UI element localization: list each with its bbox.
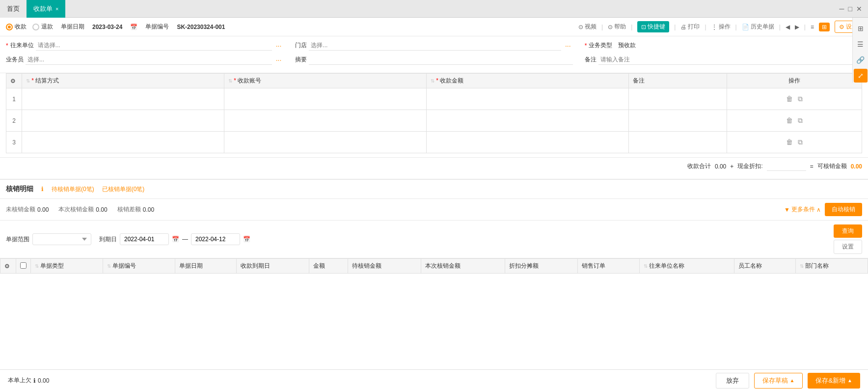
partner-more-icon[interactable]: ··· — [274, 42, 284, 50]
summary-row: 收款合计 0.00 + 现金折扣: = 可核销金额 0.00 — [0, 157, 868, 175]
total-value: 0.00 — [715, 163, 726, 170]
sidebar-link-icon[interactable]: 🔗 — [854, 53, 868, 67]
col-gear[interactable]: ⚙ — [0, 259, 16, 274]
store-more-icon[interactable]: ··· — [563, 42, 573, 50]
diff-stat: 核销差额 0.00 — [117, 205, 154, 214]
discount-input[interactable] — [767, 162, 806, 171]
current-label: 本次核销金额 — [58, 205, 94, 214]
save-new-button[interactable]: 保存&新增 ▲ — [808, 373, 860, 389]
tab-bar: 首页 收款单 × ─ □ ✕ — [0, 0, 868, 18]
info-icon-balance[interactable]: ℹ — [33, 377, 36, 384]
remark-input[interactable] — [598, 55, 862, 65]
filter-settings-button[interactable]: 设置 — [834, 240, 862, 254]
date-from-input[interactable] — [120, 233, 169, 245]
due-date-field: 到期日 📅 — 📅 — [99, 233, 250, 245]
main-container: 收款 退款 单据日期 2023-03-24 📅 单据编号 SK-20230324… — [0, 18, 868, 391]
history-button[interactable]: 📄 历史单据 — [742, 23, 774, 31]
video-button[interactable]: ⊙ 视频 — [578, 23, 597, 31]
date-to-input[interactable] — [191, 233, 240, 245]
list-view-button[interactable]: ≡ — [811, 24, 814, 30]
range-field: 单据范围 — [6, 233, 91, 245]
table-row: 1 🗑 ⧉ — [6, 88, 862, 110]
radio-refund[interactable]: 退款 — [32, 23, 53, 31]
cell-amount-1[interactable] — [426, 88, 628, 110]
calendar-icon[interactable]: 📅 — [130, 24, 137, 30]
staff-input[interactable] — [26, 55, 272, 65]
card-view-button[interactable]: ⊞ — [819, 23, 830, 31]
delete-icon-1[interactable]: 🗑 — [786, 95, 793, 103]
cell-account-3[interactable] — [224, 132, 426, 153]
shortcut-button[interactable]: ⊡ 快捷键 — [637, 21, 669, 32]
operation-button[interactable]: ⋮ 操作 — [711, 23, 731, 31]
pending-tab[interactable]: 待核销单据(0笔) — [52, 185, 94, 194]
close-button[interactable]: ✕ — [856, 5, 862, 13]
staff-more-icon[interactable]: ··· — [274, 56, 284, 64]
info-icon-verif[interactable]: ℹ — [41, 186, 44, 193]
radio-receipt[interactable]: 收款 — [6, 23, 27, 31]
cell-account-1[interactable] — [224, 88, 426, 110]
col-staff: 员工名称 — [734, 259, 795, 274]
nav-next-button[interactable]: ▶ — [795, 24, 799, 30]
date-label: 单据日期 — [61, 23, 84, 31]
cell-settlement-2[interactable] — [22, 110, 224, 132]
sidebar-table-icon[interactable]: ⊞ — [854, 22, 868, 35]
done-tab[interactable]: 已核销单据(0笔) — [102, 185, 145, 194]
tab-close-icon[interactable]: × — [55, 6, 58, 12]
nav-prev-button[interactable]: ◀ — [786, 24, 790, 30]
tab-receipt[interactable]: 收款单 × — [27, 0, 65, 18]
save-chevron-icon: ▲ — [847, 378, 852, 383]
form-section: * 往来单位 ··· 门店 ··· * 业务类型 预收款 ▼ 业务员 — [0, 36, 868, 73]
copy-icon-2[interactable]: ⧉ — [798, 116, 803, 124]
draft-chevron-icon: ▲ — [790, 378, 795, 383]
diff-label: 核销差额 — [117, 205, 141, 214]
auto-verify-button[interactable]: 自动核销 — [825, 203, 862, 216]
range-select[interactable] — [32, 233, 91, 245]
bottom-table: ⚙ ⇅ 单据类型 ⇅ 单据编号 单据日期 — [0, 258, 868, 274]
save-draft-button[interactable]: 保存草稿 ▲ — [754, 373, 803, 389]
cell-remark-3[interactable] — [628, 132, 727, 153]
filter-row: 单据范围 到期日 📅 — 📅 查询 设置 — [0, 221, 868, 258]
store-input[interactable] — [309, 40, 561, 51]
query-button[interactable]: 查询 — [834, 224, 862, 238]
sidebar-expand-icon[interactable]: ⤢ — [854, 69, 868, 83]
summary-input[interactable] — [309, 55, 572, 65]
maximize-button[interactable]: □ — [848, 5, 852, 13]
cell-settlement-1[interactable] — [22, 88, 224, 110]
bottom-bar: 本单上欠 ℹ 0.00 放弃 保存草稿 ▲ 保存&新增 ▲ — [0, 369, 868, 391]
col-remark: 备注 — [628, 74, 727, 88]
form-row-2: 业务员 ··· 摘要 备注 — [6, 55, 862, 65]
calendar-to-icon[interactable]: 📅 — [243, 236, 250, 243]
cell-remark-2[interactable] — [628, 110, 727, 132]
more-conditions-button[interactable]: ▼ 更多条件 ∧ — [784, 205, 821, 214]
partner-input[interactable] — [36, 40, 272, 51]
minimize-button[interactable]: ─ — [840, 5, 844, 13]
history-icon: 📄 — [742, 24, 749, 30]
cell-account-2[interactable] — [224, 110, 426, 132]
number-label: 单据编号 — [145, 23, 169, 31]
table-row: 2 🗑 ⧉ — [6, 110, 862, 132]
balance-label: 本单上欠 — [8, 376, 31, 385]
cell-settlement-3[interactable] — [22, 132, 224, 153]
help-button[interactable]: ⊙ 帮助 — [608, 23, 626, 31]
copy-icon-1[interactable]: ⧉ — [798, 95, 803, 103]
toolbar-row: 收款 退款 单据日期 2023-03-24 📅 单据编号 SK-20230324… — [0, 18, 868, 36]
select-all-checkbox[interactable] — [20, 262, 27, 269]
print-button[interactable]: 🖨 打印 — [680, 23, 700, 31]
sidebar-list-icon[interactable]: ☰ — [854, 37, 868, 51]
table-settings-col[interactable]: ⚙ — [6, 74, 22, 88]
col-actions: 操作 — [727, 74, 862, 88]
abandon-button[interactable]: 放弃 — [716, 373, 749, 389]
copy-icon-3[interactable]: ⧉ — [798, 138, 803, 146]
col-partner: ⇅ 往来单位名称 — [639, 259, 734, 274]
cell-remark-1[interactable] — [628, 88, 727, 110]
col-checkbox[interactable] — [16, 259, 31, 274]
delete-icon-2[interactable]: 🗑 — [786, 116, 793, 124]
date-value: 2023-03-24 — [92, 24, 122, 30]
delete-icon-3[interactable]: 🗑 — [786, 138, 793, 146]
table-section: ⚙ ⇅ * 结算方式 ⇅ * 收款账号 ⇅ * 收款金额 — [0, 73, 868, 157]
calendar-from-icon[interactable]: 📅 — [172, 236, 179, 243]
cell-amount-2[interactable] — [426, 110, 628, 132]
bottom-table-container: ⚙ ⇅ 单据类型 ⇅ 单据编号 单据日期 — [0, 258, 868, 274]
cell-amount-3[interactable] — [426, 132, 628, 153]
tab-home[interactable]: 首页 — [0, 0, 27, 18]
